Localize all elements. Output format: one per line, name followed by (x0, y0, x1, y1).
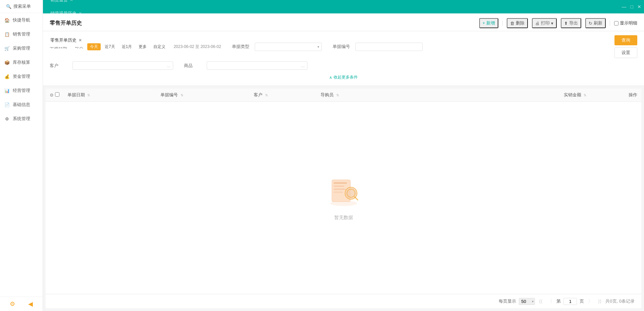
sidebar-item-inventory[interactable]: 📦 库存核算 (0, 55, 43, 69)
col-amount[interactable]: 实销金额 ⇅ (497, 89, 591, 102)
add-button[interactable]: + 新增 (479, 18, 498, 28)
sidebar-item-purchase-mgmt[interactable]: 🛒 采购管理 (0, 41, 43, 55)
empty-illustration (324, 175, 364, 209)
tab-sales-return[interactable]: 销货退货✕ (46, 0, 87, 7)
export-button[interactable]: ⬆ 导出 (561, 18, 581, 28)
sidebar-item-operations[interactable]: 📊 经营管理 (0, 84, 43, 98)
prev-page-btn[interactable]: 〈 (546, 298, 554, 305)
customer-search-icon[interactable]: ... (167, 63, 170, 68)
sort-salesperson-icon: ⇅ (336, 93, 339, 97)
sidebar-item-label: 系统管理 (13, 116, 30, 122)
close-btn[interactable]: ✕ (637, 4, 641, 9)
tab-close-icon[interactable]: ✕ (70, 24, 73, 29)
col-date[interactable]: 单据日期 ⇅ (63, 89, 157, 102)
filter-settings-button[interactable]: 设置 (614, 47, 637, 58)
tab-close-icon[interactable]: ✕ (79, 38, 82, 43)
inventory-icon: 📦 (4, 59, 10, 65)
tab-sales-return-history[interactable]: 销货退货历史✕ (46, 7, 87, 20)
per-page-select[interactable]: 50 10 20 100 (519, 298, 535, 305)
window-controls: — □ ✕ (622, 4, 641, 9)
display-cols-toggle[interactable]: 显示明细 (614, 20, 637, 26)
print-dropdown-icon: ▾ (551, 21, 553, 26)
content-area: 零售开单历史 + 新增 🗑 删除 🖨 打印 ▾ ⬆ 导出 ↻ (43, 13, 644, 311)
search-menu-item[interactable]: 🔍 搜索采单 (0, 0, 43, 13)
date-btn-last1month[interactable]: 近1月 (119, 43, 135, 50)
page-header: 零售开单历史 + 新增 🗑 删除 🖨 打印 ▾ ⬆ 导出 ↻ (43, 13, 644, 31)
next-page-btn[interactable]: 〉 (587, 298, 594, 305)
tab-close-icon[interactable]: ✕ (79, 11, 82, 16)
delete-icon: 🗑 (510, 21, 514, 26)
date-btn-more[interactable]: 更多 (136, 43, 149, 50)
first-page-btn[interactable]: ⟨⟨ (538, 298, 544, 305)
sidebar-bottom: ⚙ ◀ (0, 297, 43, 311)
tab-bar: 首页销售订单✕销货退货✕销货退货历史✕零售开单✕零售开单历史✕ — □ ✕ (43, 0, 644, 13)
empty-state: 暂无数据 (46, 102, 641, 294)
main-area: 首页销售订单✕销货退货✕销货退货历史✕零售开单✕零售开单历史✕ — □ ✕ 零售… (43, 0, 644, 311)
customer-label: 客户 (50, 63, 70, 69)
sidebar-item-label: 采购管理 (13, 45, 30, 51)
tab-retail-open-history[interactable]: 零售开单历史✕ (46, 34, 87, 47)
tab-retail-open[interactable]: 零售开单✕ (46, 20, 87, 34)
query-button[interactable]: 查询 (614, 35, 637, 45)
last-page-btn[interactable]: ⟩⟩ (597, 298, 603, 305)
filter-row-1: 单据日期 昨天今天近7天近1月更多自定义 2023-06-02 至 2023-0… (50, 35, 637, 58)
col-no[interactable]: 单据编号 ⇅ (156, 89, 250, 102)
page-label: 页 (580, 298, 584, 304)
filter-collapse-btn[interactable]: ∧ 收起更多条件 (50, 73, 637, 82)
date-btn-custom[interactable]: 自定义 (151, 43, 168, 50)
select-all-checkbox[interactable] (55, 92, 59, 97)
operations-icon: 📊 (4, 88, 10, 94)
tab-label: 销货退货 (50, 0, 68, 3)
sidebar-item-sales-mgmt[interactable]: 📋 销售管理 (0, 27, 43, 41)
product-input[interactable] (207, 61, 307, 70)
refresh-icon: ↻ (589, 21, 592, 26)
date-btn-last7days[interactable]: 近7天 (102, 43, 118, 50)
sidebar-item-finance[interactable]: 💰 资金管理 (0, 69, 43, 84)
settings-icon[interactable]: ⚙ (10, 300, 15, 308)
tab-label: 销货退货历史 (50, 10, 77, 16)
sidebar-item-quick-nav[interactable]: 🏠 快捷导航 (0, 13, 43, 27)
toolbar: + 新增 🗑 删除 🖨 打印 ▾ ⬆ 导出 ↻ 刷新 (479, 18, 637, 28)
delete-button[interactable]: 🗑 删除 (507, 18, 528, 28)
customer-input[interactable] (72, 61, 173, 70)
collapse-sidebar-icon[interactable]: ◀ (28, 300, 33, 308)
col-customer[interactable]: 客户 ⇅ (250, 89, 316, 102)
sidebar-item-label: 快捷导航 (13, 17, 30, 23)
svg-rect-4 (334, 189, 346, 190)
display-cols-checkbox[interactable] (614, 21, 618, 25)
svg-rect-5 (334, 192, 343, 193)
empty-text: 暂无数据 (334, 215, 353, 221)
svg-line-8 (355, 197, 358, 200)
date-filter-buttons: 昨天今天近7天近1月更多自定义 (72, 43, 168, 50)
purchase-icon: 🛒 (4, 45, 10, 51)
minimize-btn[interactable]: — (622, 4, 627, 9)
tab-close-icon[interactable]: ✕ (70, 0, 73, 2)
select-all-header: ⚙ (46, 89, 63, 102)
system-icon: ⚙ (4, 116, 10, 122)
doc-no-input[interactable] (355, 43, 423, 51)
finance-icon: 💰 (4, 73, 10, 80)
tab-label: 零售开单历史 (50, 37, 77, 43)
sort-no-icon: ⇅ (181, 93, 183, 97)
print-button[interactable]: 🖨 打印 ▾ (532, 18, 557, 28)
table-header: ⚙ 单据日期 ⇅ 单据编号 ⇅ (46, 89, 641, 102)
product-search-icon[interactable]: ... (301, 63, 305, 68)
tab-container: 首页销售订单✕销货退货✕销货退货历史✕零售开单✕零售开单历史✕ (46, 0, 87, 47)
col-action: 操作 (590, 89, 641, 102)
sidebar: 🔍 搜索采单 🏠 快捷导航 📋 销售管理 🛒 采购管理 📦 库存核算 💰 资金管… (0, 0, 43, 311)
page-number-input[interactable]: 1 (563, 298, 577, 305)
sidebar-item-base-info[interactable]: 📄 基础信息 (0, 98, 43, 112)
date-btn-today[interactable]: 今天 (87, 43, 101, 50)
base-icon: 📄 (4, 102, 10, 108)
data-table: ⚙ 单据日期 ⇅ 单据编号 ⇅ (46, 89, 641, 102)
maximize-btn[interactable]: □ (631, 4, 633, 9)
date-range-display: 2023-06-02 至 2023-06-02 (174, 44, 221, 50)
sales-icon: 📋 (4, 31, 10, 37)
per-page-select-wrapper: 50 10 20 100 ▾ (519, 298, 535, 305)
col-salesperson[interactable]: 导购员 ⇅ (316, 89, 396, 102)
doc-type-label: 单据类型 (232, 44, 252, 50)
gear-settings-icon[interactable]: ⚙ (50, 93, 54, 98)
sidebar-item-sys-mgmt[interactable]: ⚙ 系统管理 (0, 112, 43, 126)
refresh-button[interactable]: ↻ 刷新 (585, 18, 606, 28)
doc-type-select[interactable] (255, 43, 322, 51)
